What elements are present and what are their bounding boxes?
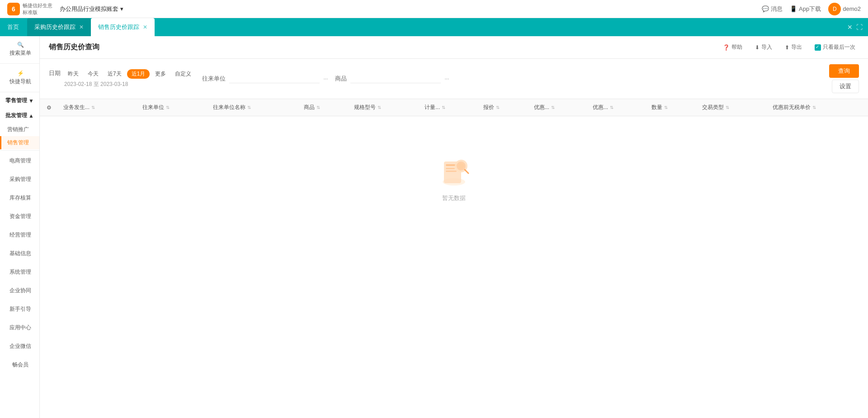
date-btn-yesterday[interactable]: 昨天	[64, 69, 82, 79]
import-button[interactable]: ⬇ 导入	[751, 42, 776, 53]
table-container: ⚙ 业务发生... ⇅ 往来单位 ⇅	[40, 99, 868, 418]
sidebar-item-wechat[interactable]: 企业微信	[0, 337, 39, 356]
sidebar-divider-2	[0, 92, 39, 92]
empty-icon	[436, 152, 472, 189]
partner-input[interactable]	[229, 74, 320, 83]
sort-icon-partner-code: ⇅	[166, 105, 170, 110]
product-filter-group: 商品 ···	[335, 74, 449, 83]
top-bar-left: 6 畅捷信好生意 标准版 办公用品行业模拟账套 ▾	[7, 2, 127, 15]
logo-area: 6 畅捷信好生意 标准版	[7, 2, 52, 15]
date-btn-today[interactable]: 今天	[84, 69, 102, 79]
col-unit[interactable]: 计量... ⇅	[419, 99, 478, 116]
search-icon: 🔍	[17, 42, 24, 48]
sort-icon-partner-name: ⇅	[247, 105, 251, 110]
search-button[interactable]: 查询	[829, 64, 859, 78]
empty-text: 暂无数据	[442, 194, 466, 202]
col-qty[interactable]: 数量 ⇅	[646, 99, 697, 116]
col-product[interactable]: 商品 ⇅	[298, 99, 349, 116]
sidebar-item-operations[interactable]: 经营管理	[0, 226, 39, 244]
svg-rect-4	[446, 171, 457, 172]
col-trade-type[interactable]: 交易类型 ⇅	[697, 99, 767, 116]
sidebar-item-inventory[interactable]: 库存核算	[0, 189, 39, 207]
sidebar-item-search[interactable]: 🔍 搜索菜单	[0, 36, 39, 62]
svg-rect-3	[446, 168, 455, 169]
fullscreen-button[interactable]: ⛶	[856, 24, 863, 31]
date-btn-custom[interactable]: 自定义	[171, 69, 195, 79]
date-btn-1month[interactable]: 近1月	[127, 69, 150, 79]
export-icon: ⬆	[785, 44, 789, 51]
tab-close-sales[interactable]: ✕	[143, 24, 147, 30]
product-input[interactable]	[350, 74, 441, 83]
date-range-display: 2023-02-18 至 2023-03-18	[64, 81, 195, 88]
top-bar-right: 💬 消息 📱 App下载 D demo2	[762, 3, 861, 15]
date-btn-7days[interactable]: 近7天	[104, 69, 125, 79]
page-actions: ❓ 帮助 ⬇ 导入 ⬆ 导出 只看最后一次	[719, 42, 859, 53]
logo-icon: 6	[7, 3, 20, 15]
product-picker-btn[interactable]: ···	[444, 76, 449, 82]
table-header: ⚙ 业务发生... ⇅ 往来单位 ⇅	[40, 99, 868, 116]
app-download-action[interactable]: 📱 App下载	[790, 5, 821, 13]
sidebar-item-apps[interactable]: 应用中心	[0, 318, 39, 337]
tab-purchase-history[interactable]: 采购历史价跟踪 ✕	[27, 18, 91, 36]
tab-sales-history[interactable]: 销售历史价跟踪 ✕	[91, 18, 155, 36]
sidebar-item-purchase[interactable]: 采购管理	[0, 170, 39, 189]
col-partner-name[interactable]: 往来单位名称 ⇅	[208, 99, 298, 116]
sort-icon-date: ⇅	[91, 105, 95, 110]
sidebar-item-ecommerce[interactable]: 电商管理	[0, 152, 39, 170]
checkbox-icon	[815, 44, 821, 51]
help-button[interactable]: ❓ 帮助	[719, 42, 746, 53]
settings-button[interactable]: 设置	[832, 80, 859, 93]
product-label: 商品	[335, 75, 347, 83]
col-pretax-price[interactable]: 优惠前无税单价 ⇅	[767, 99, 868, 116]
sidebar-section-wholesale[interactable]: 批发管理 ▲	[0, 108, 39, 123]
sidebar-item-newbie[interactable]: 新手引导	[0, 300, 39, 318]
partner-picker-btn[interactable]: ···	[323, 76, 328, 82]
export-button[interactable]: ⬆ 导出	[781, 42, 806, 53]
sidebar-item-basic-info[interactable]: 基础信息	[0, 244, 39, 263]
last-only-toggle[interactable]: 只看最后一次	[811, 42, 859, 53]
date-btn-more[interactable]: 更多	[151, 69, 170, 79]
col-date[interactable]: 业务发生... ⇅	[58, 99, 137, 116]
col-partner-code[interactable]: 往来单位 ⇅	[137, 99, 208, 116]
main-layout: 🔍 搜索菜单 ⚡ 快捷导航 零售管理 ▼ 批发管理 ▲ 营销推广 销售管理 电商…	[0, 36, 868, 418]
sort-icon-trade-type: ⇅	[726, 105, 729, 110]
user-action[interactable]: D demo2	[828, 3, 861, 15]
tab-bar: 首页 采购历史价跟踪 ✕ 销售历史价跟踪 ✕ ✕ ⛶	[0, 18, 868, 36]
sidebar-sub-sales[interactable]: 销售管理	[0, 136, 39, 149]
sort-icon-price: ⇅	[496, 105, 500, 110]
filter-row-1: 日期 昨天 今天 近7天 近1月 更多 自定义 2023-02-18 至 202…	[49, 64, 859, 93]
date-label: 日期	[49, 69, 61, 77]
tab-close-purchase[interactable]: ✕	[79, 24, 84, 30]
sidebar-sub-marketing[interactable]: 营销推广	[0, 123, 39, 136]
col-discount2[interactable]: 优惠... ⇅	[587, 99, 646, 116]
col-discount1[interactable]: 优惠... ⇅	[528, 99, 587, 116]
sidebar-item-quicknav[interactable]: ⚡ 快捷导航	[0, 65, 39, 91]
sort-icon-spec: ⇅	[377, 105, 381, 110]
sidebar-item-finance[interactable]: 资金管理	[0, 207, 39, 226]
sort-icon-pretax-price: ⇅	[812, 105, 816, 110]
sort-icon-product: ⇅	[316, 105, 320, 110]
col-price[interactable]: 报价 ⇅	[478, 99, 528, 116]
sidebar-item-member[interactable]: 畅会员	[0, 356, 39, 374]
close-all-tabs-button[interactable]: ✕	[847, 24, 853, 31]
partner-filter-group: 往来单位 ···	[202, 74, 328, 83]
col-settings[interactable]: ⚙	[40, 99, 58, 116]
svg-point-8	[458, 163, 464, 169]
logo-text: 畅捷信好生意 标准版	[23, 2, 52, 15]
date-filter-group: 日期 昨天 今天 近7天 近1月 更多 自定义 2023-02-18 至 202…	[49, 69, 195, 88]
sidebar-item-system[interactable]: 系统管理	[0, 263, 39, 281]
top-bar: 6 畅捷信好生意 标准版 办公用品行业模拟账套 ▾ 💬 消息 📱 App下载 D…	[0, 0, 868, 18]
download-icon: 📱	[790, 5, 797, 12]
tab-home[interactable]: 首页	[0, 18, 26, 36]
account-selector[interactable]: 办公用品行业模拟账套 ▾	[56, 5, 127, 13]
sidebar-section-retail[interactable]: 零售管理 ▼	[0, 93, 39, 108]
dropdown-arrow-icon: ▾	[120, 5, 123, 12]
col-spec[interactable]: 规格型号 ⇅	[349, 99, 419, 116]
table-header-row: ⚙ 业务发生... ⇅ 往来单位 ⇅	[40, 99, 868, 116]
sidebar-item-enterprise[interactable]: 企业协同	[0, 281, 39, 300]
sidebar-divider-3	[0, 150, 39, 151]
filter-bar: 日期 昨天 今天 近7天 近1月 更多 自定义 2023-02-18 至 202…	[40, 59, 868, 99]
content-area: 销售历史价查询 ❓ 帮助 ⬇ 导入 ⬆ 导出 只看最后一次	[40, 36, 868, 418]
import-icon: ⬇	[755, 44, 760, 51]
message-action[interactable]: 💬 消息	[762, 5, 783, 13]
